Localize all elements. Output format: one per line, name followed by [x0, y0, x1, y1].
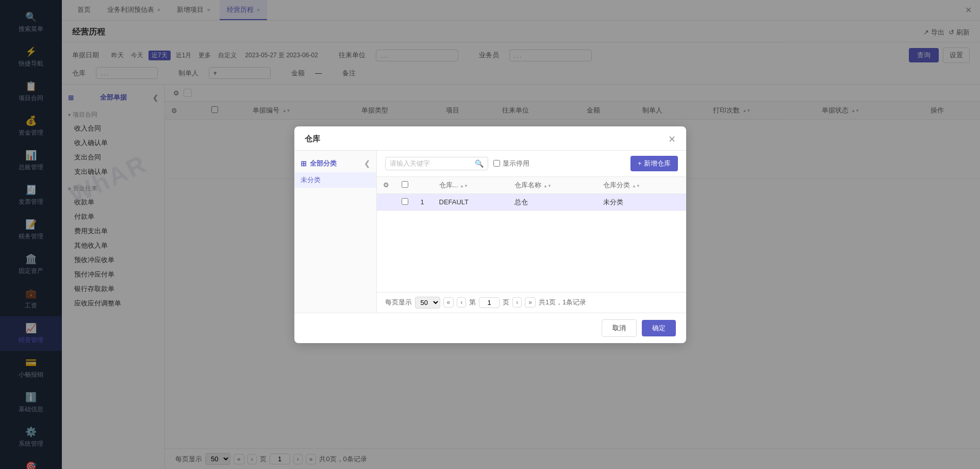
modal-title: 仓库 — [305, 134, 320, 144]
modal-col-settings[interactable]: ⚙ — [377, 177, 395, 194]
modal-overlay[interactable]: 仓库 ✕ ⊞ 全部分类 ❮ 未分类 — [0, 0, 980, 469]
modal-body: ⊞ 全部分类 ❮ 未分类 🔍 显示停用 — [294, 151, 686, 313]
show-disabled-checkbox[interactable] — [493, 160, 500, 167]
row-name-cell: 总仓 — [508, 193, 597, 211]
modal-page-input[interactable] — [479, 297, 500, 308]
modal-col-category[interactable]: 仓库分类 ▲▼ — [597, 177, 686, 194]
modal-left-nav-title: 全部分类 — [310, 159, 337, 168]
row-checkbox[interactable] — [402, 198, 408, 205]
modal-toolbar: 🔍 显示停用 + 新增仓库 — [377, 151, 686, 177]
modal-left-header[interactable]: ⊞ 全部分类 ❮ — [294, 155, 376, 172]
table-row[interactable]: 1 DEFAULT 总仓 未分类 — [377, 193, 686, 211]
modal-left-item-uncategorized[interactable]: 未分类 — [294, 172, 376, 188]
row-code-cell: DEFAULT — [433, 193, 509, 211]
modal-grid-icon: ⊞ — [301, 159, 307, 168]
modal-warehouse: 仓库 ✕ ⊞ 全部分类 ❮ 未分类 — [294, 126, 686, 343]
modal-close-btn[interactable]: ✕ — [668, 134, 676, 145]
modal-footer-actions: 取消 确定 — [294, 313, 686, 343]
modal-next-page-btn[interactable]: › — [512, 297, 522, 308]
show-disabled-label: 显示停用 — [503, 159, 529, 168]
modal-table-wrapper: ⚙ 仓库... ▲▼ 仓库名称 ▲▼ 仓库分类 ▲▼ 1 DEFAULT 总仓 … — [377, 177, 686, 292]
modal-left-nav: ⊞ 全部分类 ❮ 未分类 — [294, 151, 377, 313]
modal-total-text: 共1页，1条记录 — [539, 298, 586, 307]
modal-col-index — [414, 177, 433, 194]
cancel-button[interactable]: 取消 — [602, 319, 637, 337]
modal-table: ⚙ 仓库... ▲▼ 仓库名称 ▲▼ 仓库分类 ▲▼ 1 DEFAULT 总仓 … — [377, 177, 686, 211]
modal-col-code[interactable]: 仓库... ▲▼ — [433, 177, 509, 194]
modal-page-size-label: 每页显示 — [385, 298, 412, 307]
modal-col-name[interactable]: 仓库名称 ▲▼ — [508, 177, 597, 194]
modal-search-icon[interactable]: 🔍 — [475, 159, 484, 168]
modal-first-page-btn[interactable]: « — [443, 297, 454, 308]
modal-footer-pagination: 每页显示 50 « ‹ 第 页 › » 共1页，1条记录 — [377, 292, 686, 313]
modal-sort-category: ▲▼ — [632, 184, 640, 188]
show-disabled-checkbox-label[interactable]: 显示停用 — [493, 159, 529, 168]
row-gear-cell — [377, 193, 395, 211]
add-warehouse-button[interactable]: + 新增仓库 — [630, 156, 678, 171]
row-index-cell: 1 — [414, 193, 433, 211]
modal-left-collapse-btn[interactable]: ❮ — [364, 159, 370, 168]
confirm-button[interactable]: 确定 — [642, 320, 676, 336]
row-category-cell: 未分类 — [597, 193, 686, 211]
modal-sort-name: ▲▼ — [543, 184, 552, 188]
modal-search-input[interactable] — [390, 159, 473, 167]
modal-page-suffix: 页 — [503, 298, 509, 307]
row-check-cell[interactable] — [395, 193, 414, 211]
modal-col-check[interactable] — [395, 177, 414, 194]
modal-header: 仓库 ✕ — [294, 126, 686, 151]
modal-last-page-btn[interactable]: » — [525, 297, 536, 308]
modal-header-checkbox[interactable] — [402, 181, 408, 188]
modal-page-size-select[interactable]: 50 — [415, 297, 440, 309]
modal-prev-page-btn[interactable]: ‹ — [457, 297, 466, 308]
modal-right: 🔍 显示停用 + 新增仓库 ⚙ — [377, 151, 686, 313]
modal-sort-code: ▲▼ — [460, 184, 468, 188]
plus-icon: + — [638, 159, 642, 167]
modal-search-box[interactable]: 🔍 — [385, 157, 488, 170]
modal-page-label: 第 — [469, 298, 476, 307]
